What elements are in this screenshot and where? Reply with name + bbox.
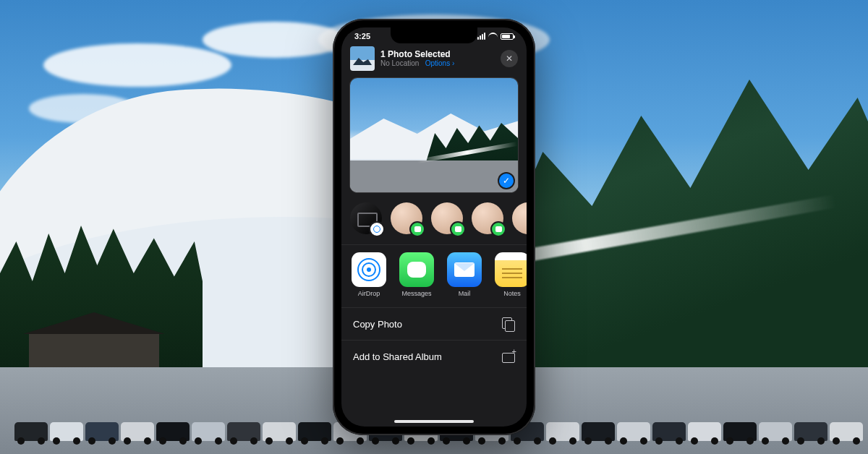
iphone-screen: 3:25 1 Photo Selected No Location Option…: [341, 27, 527, 427]
share-contact[interactable]: [472, 202, 503, 234]
share-contact[interactable]: [512, 202, 527, 234]
iphone-device-frame: 3:25 1 Photo Selected No Location Option…: [333, 19, 535, 435]
messages-icon: [399, 252, 434, 287]
status-time: 3:25: [354, 32, 370, 40]
action-label: Copy Photo: [353, 319, 402, 330]
share-sheet-header: 1 Photo Selected No Location Options › ✕: [341, 42, 527, 75]
parked-car: [121, 422, 154, 441]
parked-car: [14, 422, 48, 441]
photo-preview[interactable]: ✓: [350, 78, 518, 192]
copy-photo-row[interactable]: Copy Photo: [341, 308, 527, 340]
share-app-airdrop[interactable]: AirDrop: [350, 252, 388, 297]
close-icon: ✕: [506, 53, 513, 64]
share-contact[interactable]: [391, 202, 422, 234]
share-app-notes[interactable]: Notes: [493, 252, 527, 297]
battery-icon: [501, 33, 514, 40]
wifi-icon: [488, 33, 498, 40]
app-label: AirDrop: [350, 290, 388, 297]
parked-car: [298, 422, 331, 441]
status-indicators: [477, 33, 514, 40]
share-contact[interactable]: [350, 202, 382, 234]
messages-badge-icon: [451, 223, 464, 236]
parked-car: [759, 422, 792, 441]
home-indicator[interactable]: [394, 420, 474, 423]
messages-badge-icon: [492, 223, 505, 236]
background-photo: 3:25 1 Photo Selected No Location Option…: [0, 0, 868, 454]
preview-foreground: [350, 160, 518, 192]
shared-album-icon: [502, 350, 515, 363]
app-label: Messages: [398, 290, 435, 297]
messages-badge-icon: [411, 223, 424, 236]
share-apps-row[interactable]: AirDropMessagesMailNotesRe: [341, 244, 527, 307]
app-label: Mail: [446, 290, 483, 297]
selection-subtitle: No Location Options ›: [380, 59, 495, 68]
share-actions-list: Copy Photo Add to Shared Album: [341, 307, 527, 372]
location-label: No Location: [380, 59, 419, 67]
parked-car: [723, 422, 757, 441]
cloud: [43, 43, 231, 87]
parked-car: [688, 422, 721, 441]
copy-icon: [502, 317, 515, 330]
parked-car: [263, 422, 296, 441]
mail-icon: [447, 252, 482, 287]
parked-car: [830, 422, 863, 441]
parked-car: [794, 422, 827, 441]
airdrop-icon: [352, 252, 386, 287]
options-link[interactable]: Options ›: [425, 59, 455, 67]
share-app-messages[interactable]: Messages: [398, 252, 435, 297]
airdrop-badge-icon: [370, 223, 383, 236]
action-label: Add to Shared Album: [353, 351, 442, 362]
parked-car: [85, 422, 119, 441]
contact-avatar: [512, 202, 527, 234]
notes-icon: [495, 252, 527, 287]
airdrop-contacts-row[interactable]: [341, 200, 527, 244]
share-contact[interactable]: [431, 202, 463, 234]
share-app-mail[interactable]: Mail: [446, 252, 483, 297]
header-thumbnail: [350, 46, 375, 71]
close-button[interactable]: ✕: [501, 50, 518, 67]
parked-car: [227, 422, 260, 441]
parked-car: [582, 422, 615, 441]
add-to-shared-album-row[interactable]: Add to Shared Album: [341, 340, 527, 372]
notch: [391, 27, 477, 43]
selection-title: 1 Photo Selected: [380, 49, 495, 59]
chevron-right-icon: ›: [452, 59, 454, 67]
selection-checkmark-icon[interactable]: ✓: [499, 174, 514, 188]
parked-car: [546, 422, 579, 441]
parked-car: [192, 422, 225, 441]
cellular-signal-icon: [477, 33, 485, 40]
parked-car: [652, 422, 686, 441]
parked-car: [617, 422, 650, 441]
app-label: Notes: [493, 290, 527, 297]
parked-car: [156, 422, 190, 441]
parked-car: [50, 422, 83, 441]
